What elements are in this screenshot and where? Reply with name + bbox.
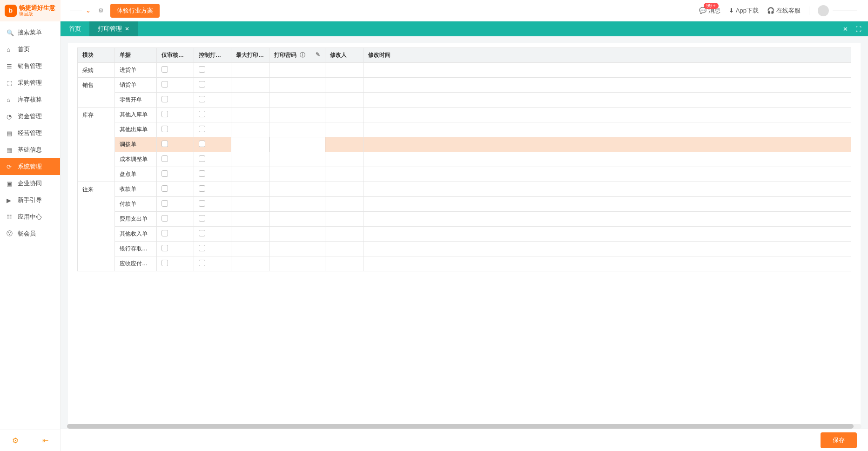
sidebar-item-6[interactable]: ▤经营管理 (0, 125, 60, 141)
sidebar-item-7[interactable]: ▦基础信息 (0, 141, 60, 158)
checkbox[interactable] (161, 230, 168, 236)
cell-max-count[interactable] (231, 108, 269, 122)
help-icon[interactable]: ⓘ (300, 52, 305, 58)
table-row: 往来收款单 (78, 182, 851, 197)
horizontal-scrollbar[interactable] (67, 424, 861, 429)
cell-password[interactable] (269, 63, 325, 78)
sidebar-item-1[interactable]: ⌂首页 (0, 41, 60, 58)
org-selector[interactable]: —— ⌄ ⚙ (70, 7, 104, 14)
gear-icon[interactable]: ⚙ (98, 7, 104, 14)
checkbox[interactable] (199, 126, 205, 132)
checkbox[interactable] (199, 215, 205, 222)
save-button[interactable]: 保存 (821, 432, 857, 448)
sidebar-item-8[interactable]: ⟳系统管理 (0, 158, 60, 175)
close-icon[interactable]: ✕ (125, 26, 129, 32)
sidebar-item-5[interactable]: ◔资金管理 (0, 108, 60, 125)
fullscreen-icon[interactable]: ⛶ (855, 26, 861, 33)
cell-max-count[interactable] (231, 167, 269, 182)
checkbox[interactable] (161, 185, 168, 192)
checkbox[interactable] (161, 215, 168, 222)
panel: 模块 单据 仅审核后打印 控制打印次数 最大打印次数 打印密码 ⓘ ✎ 修改人 … (68, 43, 861, 426)
cell-password[interactable] (269, 152, 325, 167)
app-download-button[interactable]: ⬇ App下载 (729, 7, 759, 15)
cell-password[interactable] (269, 242, 325, 256)
cell-max-count[interactable] (231, 63, 269, 78)
checkbox[interactable] (161, 155, 168, 162)
checkbox[interactable] (199, 230, 205, 236)
avatar (818, 5, 829, 16)
sidebar-item-9[interactable]: ▣企业协同 (0, 175, 60, 192)
checkbox[interactable] (199, 200, 205, 207)
cell-max-count[interactable] (231, 197, 269, 212)
cell-password[interactable] (269, 122, 325, 137)
checkbox[interactable] (161, 66, 168, 73)
checkbox[interactable] (161, 96, 168, 102)
cell-max-count[interactable] (231, 182, 269, 197)
cell-password[interactable] (269, 197, 325, 212)
cell-password[interactable] (269, 182, 325, 197)
industry-cta-button[interactable]: 体验行业方案 (110, 4, 160, 18)
checkbox[interactable] (199, 155, 205, 162)
checkbox[interactable] (199, 260, 205, 266)
checkbox[interactable] (161, 126, 168, 132)
tab-print-management[interactable]: 打印管理 ✕ (89, 21, 138, 36)
tab-home[interactable]: 首页 (61, 21, 89, 36)
cell-password[interactable] (269, 256, 325, 271)
checkbox[interactable] (161, 260, 168, 266)
cell-password[interactable] (269, 212, 325, 227)
cell-password[interactable] (269, 108, 325, 122)
cell-max-count[interactable] (231, 227, 269, 242)
checkbox[interactable] (161, 81, 168, 88)
cell-control-count (194, 78, 231, 93)
bill-cell: 其他出库单 (115, 122, 157, 137)
cell-only-after-audit (157, 63, 194, 78)
settings-button[interactable]: ⚙ (12, 436, 19, 445)
cell-only-after-audit (157, 227, 194, 242)
checkbox[interactable] (161, 141, 168, 147)
cell-password[interactable] (269, 137, 325, 152)
cell-max-count[interactable] (231, 78, 269, 93)
cell-max-count[interactable] (231, 212, 269, 227)
sidebar-item-2[interactable]: ☰销售管理 (0, 58, 60, 74)
collapse-button[interactable]: ⇤ (42, 436, 48, 445)
sidebar-item-4[interactable]: ⌂库存核算 (0, 91, 60, 108)
edit-icon[interactable]: ✎ (316, 51, 320, 58)
cell-password[interactable] (269, 167, 325, 182)
checkbox[interactable] (199, 111, 205, 117)
sidebar-item-11[interactable]: ☷应用中心 (0, 209, 60, 225)
checkbox[interactable] (161, 170, 168, 177)
col-control-count: 控制打印次数 (194, 48, 231, 63)
sidebar-item-10[interactable]: ▶新手引导 (0, 192, 60, 209)
cell-max-count[interactable] (231, 93, 269, 108)
sidebar-item-3[interactable]: ⬚采购管理 (0, 74, 60, 91)
cell-max-count[interactable] (231, 256, 269, 271)
checkbox[interactable] (161, 245, 168, 251)
table-row: 应收应付调整单 (78, 256, 851, 271)
checkbox[interactable] (199, 245, 205, 251)
checkbox[interactable] (161, 200, 168, 207)
cell-max-count[interactable] (231, 122, 269, 137)
checkbox[interactable] (199, 66, 205, 73)
messages-button[interactable]: 💬 消息 99 + (699, 7, 720, 15)
sidebar-item-12[interactable]: Ⓥ畅会员 (0, 225, 60, 242)
cell-password[interactable] (269, 93, 325, 108)
menu-label: 企业协同 (18, 179, 42, 188)
cell-password[interactable] (269, 227, 325, 242)
user-menu[interactable]: ———— (818, 5, 857, 16)
cell-max-count[interactable] (231, 137, 269, 152)
cell-max-count[interactable] (231, 242, 269, 256)
sidebar-item-0[interactable]: 🔍搜索菜单 (0, 24, 60, 41)
checkbox[interactable] (161, 111, 168, 117)
close-all-icon[interactable]: ✕ (843, 26, 848, 33)
header-right: 💬 消息 99 + ⬇ App下载 🎧 在线客服 ———— (699, 5, 868, 16)
checkbox[interactable] (199, 185, 205, 192)
checkbox[interactable] (199, 81, 205, 88)
col-max-count: 最大打印次数 (231, 48, 269, 63)
cell-password[interactable] (269, 78, 325, 93)
checkbox[interactable] (199, 141, 205, 147)
bill-cell: 成本调整单 (115, 152, 157, 167)
cell-max-count[interactable] (231, 152, 269, 167)
support-button[interactable]: 🎧 在线客服 (767, 7, 801, 15)
checkbox[interactable] (199, 170, 205, 177)
checkbox[interactable] (199, 96, 205, 102)
